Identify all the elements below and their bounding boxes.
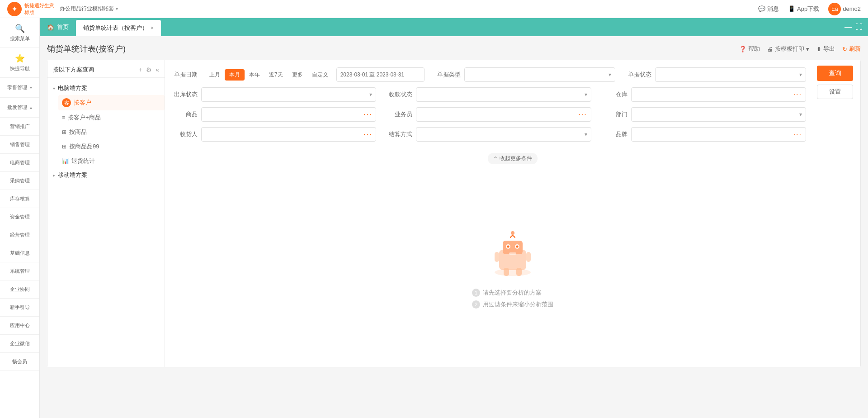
sidebar-item-cooperation[interactable]: 企业协同 (0, 280, 39, 299)
receipt-status-label: 收款状态 (387, 90, 412, 99)
sidebar-item-quicknav[interactable]: ⭐ 快捷导航 (0, 48, 39, 78)
date-range-input[interactable]: 2023-03-01 至 2023-03-31 (336, 67, 425, 82)
add-scheme-button[interactable]: + (139, 66, 142, 73)
date-btn-this-month[interactable]: 本月 (225, 69, 245, 81)
page-content: 销货单统计表(按客户) ❓ 帮助 🖨 按模板打印 ▾ ⬆ 导出 (40, 36, 868, 418)
empty-illustration (486, 227, 540, 281)
sidebar-item-sales[interactable]: 销售管理 (0, 136, 39, 154)
sidebar-item-ecommerce[interactable]: 电商管理 (0, 154, 39, 172)
doc-type-input[interactable]: ▾ (464, 67, 615, 82)
sidebar-item-search[interactable]: 🔍 搜索菜单 (0, 18, 39, 48)
settlement-input[interactable]: ▾ (416, 127, 591, 142)
department-input[interactable]: ▾ (631, 107, 806, 122)
warehouse-input[interactable]: ··· (631, 87, 806, 102)
sidebar-item-apps[interactable]: 应用中心 (0, 317, 39, 335)
user-menu[interactable]: Ea demo2 (828, 3, 861, 15)
sidebar-item-inventory[interactable]: 库存核算 (0, 190, 39, 208)
logo-area: ✦ 畅捷通好生意 标版 (7, 2, 54, 16)
svg-point-5 (507, 245, 509, 247)
star-icon: ⭐ (15, 53, 25, 63)
refresh-button[interactable]: ↻ 刷新 (842, 45, 861, 53)
tab-bar: 🏠 首页 销货单统计表（按客户） × — ⛶ (40, 18, 868, 36)
date-quick-buttons: 上月 本月 本年 近7天 更多 自定义 (205, 69, 333, 81)
app-download-button[interactable]: 📱 App下载 (788, 5, 819, 13)
chevron-down-icon: ▾ (585, 91, 587, 98)
sidebar-item-operations[interactable]: 经营管理 (0, 226, 39, 244)
home-icon: 🏠 (47, 24, 54, 31)
filter-area: 单据日期 上月 本月 本年 近7天 更多 自定义 (165, 60, 860, 149)
date-btn-7days[interactable]: 近7天 (264, 69, 288, 81)
active-bullet: 客 (62, 98, 71, 107)
tree-item-by-customer[interactable]: 客 按客户 (58, 95, 165, 110)
out-status-input[interactable]: ▾ (201, 87, 376, 102)
salesperson-input[interactable]: ··· (416, 107, 591, 122)
date-btn-this-year[interactable]: 本年 (245, 69, 264, 81)
sidebar-item-newuser[interactable]: 新手引导 (0, 299, 39, 317)
chevron-down-icon: ▾ (799, 111, 802, 118)
svg-point-12 (511, 231, 514, 235)
header-left: ✦ 畅捷通好生意 标版 办公用品行业模拟账套 ▾ (7, 2, 118, 16)
doc-status-input[interactable]: ▾ (655, 67, 806, 82)
settings-scheme-button[interactable]: ⚙ (146, 66, 152, 73)
sidebar-item-retail[interactable]: 零售管理 ▾ (0, 78, 39, 98)
filter-receipt-status: 收款状态 ▾ (387, 87, 591, 102)
settings-button[interactable]: 设置 (817, 85, 853, 99)
tree-parent-desktop[interactable]: ▾ 电脑端方案 (47, 81, 165, 95)
tab-home[interactable]: 🏠 首页 (40, 18, 76, 36)
sidebar-item-finance[interactable]: 资金管理 (0, 208, 39, 226)
filter-product: 商品 ··· (172, 107, 376, 122)
filter-settlement: 结算方式 ▾ (387, 127, 591, 142)
print-button[interactable]: 🖨 按模板打印 ▾ (767, 45, 809, 53)
main-layout: 🔍 搜索菜单 ⭐ 快捷导航 零售管理 ▾ 批发管理 ▴ 营销推广 销售管理 电商… (0, 18, 868, 418)
sidebar-item-marketing[interactable]: 营销推广 (0, 118, 39, 136)
brand-input[interactable]: ··· (631, 127, 806, 142)
refresh-icon: ↻ (842, 46, 847, 52)
empty-tip-2: 2 用过滤条件来缩小分析范围 (472, 300, 553, 309)
filter-row-1: 单据日期 上月 本月 本年 近7天 更多 自定义 (172, 67, 806, 82)
close-icon[interactable]: × (151, 25, 154, 31)
system-name[interactable]: 办公用品行业模拟账套 ▾ (60, 5, 118, 13)
collapse-panel-button[interactable]: « (156, 66, 159, 73)
message-button[interactable]: 💬 消息 (758, 5, 779, 13)
sidebar-item-base[interactable]: 基础信息 (0, 244, 39, 262)
tree-item-by-product-99[interactable]: ⊞ 按商品品99 (58, 139, 165, 154)
search-icon: 🔍 (15, 24, 25, 33)
filter-doc-type: 单据类型 ▾ (435, 67, 615, 82)
sidebar-item-system[interactable]: 系统管理 (0, 262, 39, 280)
tree-parent-mobile[interactable]: ▸ 移动端方案 (47, 168, 165, 182)
chart-icon: 📊 (62, 158, 69, 164)
tree-item-by-product[interactable]: ⊞ 按商品 (58, 125, 165, 139)
sidebar-item-wechat[interactable]: 企业微信 (0, 335, 39, 353)
tree-item-return-stats[interactable]: 📊 退货统计 (58, 154, 165, 168)
filter-department: 部门 ▾ (602, 107, 806, 122)
date-btn-last-month[interactable]: 上月 (205, 69, 225, 81)
tree-section: ▾ 电脑端方案 客 按客户 ≡ 按客户+商 (47, 78, 165, 185)
maximize-button[interactable]: ⛶ (855, 23, 863, 31)
minimize-button[interactable]: — (844, 23, 852, 31)
product-input[interactable]: ··· (201, 107, 376, 122)
chevron-down-icon: ▾ (369, 91, 372, 98)
date-btn-custom[interactable]: 自定义 (307, 69, 333, 81)
receipt-status-input[interactable]: ▾ (416, 87, 591, 102)
action-buttons: 查询 设置 (817, 60, 853, 99)
chevron-down-icon: ▾ (609, 71, 611, 78)
page-title-bar: 销货单统计表(按客户) ❓ 帮助 🖨 按模板打印 ▾ ⬆ 导出 (47, 43, 861, 54)
help-button[interactable]: ❓ 帮助 (739, 45, 760, 53)
filter-salesperson: 业务员 ··· (387, 107, 591, 122)
sidebar-item-purchase[interactable]: 采购管理 (0, 172, 39, 190)
receiver-input[interactable]: ··· (201, 127, 376, 142)
tab-sales-stats[interactable]: 销货单统计表（按客户） × (76, 20, 161, 36)
message-icon: 💬 (758, 5, 765, 12)
filter-warehouse: 仓库 ··· (602, 87, 806, 102)
collapse-button[interactable]: ⌃ 收起更多条件 (488, 153, 538, 164)
filter-brand: 品牌 ··· (602, 127, 806, 142)
sidebar-item-wholesale[interactable]: 批发管理 ▴ (0, 98, 39, 118)
tree-item-customer-product[interactable]: ≡ 按客户+商品 (58, 110, 165, 125)
date-btn-more[interactable]: 更多 (288, 69, 307, 81)
product-label: 商品 (172, 110, 198, 119)
left-panel-icons: + ⚙ « (139, 66, 159, 73)
query-button[interactable]: 查询 (817, 66, 853, 81)
chevron-up-icon: ⌃ (493, 156, 498, 162)
sidebar-item-member[interactable]: 畅会员 (0, 353, 39, 371)
export-button[interactable]: ⬆ 导出 (816, 45, 835, 53)
